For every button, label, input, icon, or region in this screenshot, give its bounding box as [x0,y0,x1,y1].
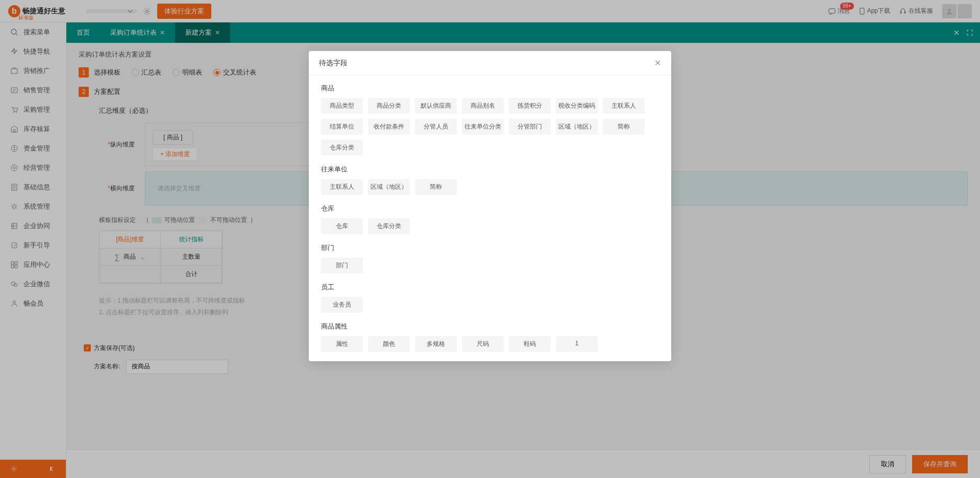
field-group-title: 商品属性 [321,322,659,331]
field-group-title: 员工 [321,283,659,292]
field-chip[interactable]: 主联系人 [321,179,363,195]
field-chip[interactable]: 仓库分类 [321,140,363,156]
modal-close-button[interactable]: ✕ [654,58,661,68]
field-chip[interactable]: 区域（地区） [556,119,598,135]
field-chip[interactable]: 主联系人 [603,98,645,114]
field-chip[interactable]: 商品类型 [321,98,363,114]
field-group-title: 部门 [321,243,659,253]
field-group: 商品商品类型商品分类默认供应商商品别名拣货积分税收分类编码主联系人结算单位收付款… [321,84,659,156]
field-chip[interactable]: 业务员 [321,297,363,313]
field-picker-modal: 待选字段 ✕ 商品商品类型商品分类默认供应商商品别名拣货积分税收分类编码主联系人… [309,51,671,361]
field-chip[interactable]: 1 [556,336,598,352]
field-group: 仓库仓库仓库分类 [321,204,659,234]
field-chip[interactable]: 多规格 [415,336,457,352]
modal-body: 商品商品类型商品分类默认供应商商品别名拣货积分税收分类编码主联系人结算单位收付款… [309,76,671,361]
field-chip[interactable]: 商品分类 [368,98,410,114]
field-chip[interactable]: 区域（地区） [368,179,410,195]
field-chip[interactable]: 默认供应商 [415,98,457,114]
field-chip[interactable]: 分管部门 [509,119,551,135]
field-group: 商品属性属性颜色多规格尺码鞋码1 [321,322,659,352]
modal-title: 待选字段 [319,59,348,68]
field-group-title: 往来单位 [321,165,659,174]
field-chip[interactable]: 属性 [321,336,363,352]
field-group-title: 商品 [321,84,659,93]
field-chip[interactable]: 收付款条件 [368,119,410,135]
field-group-title: 仓库 [321,204,659,213]
field-group: 往来单位主联系人区域（地区）简称 [321,165,659,195]
field-chip[interactable]: 税收分类编码 [556,98,598,114]
field-group: 员工业务员 [321,283,659,313]
field-chip[interactable]: 结算单位 [321,119,363,135]
field-chip[interactable]: 颜色 [368,336,410,352]
field-chip[interactable]: 尺码 [462,336,504,352]
field-chip[interactable]: 鞋码 [509,336,551,352]
field-chip[interactable]: 拣货积分 [509,98,551,114]
field-chip[interactable]: 简称 [415,179,457,195]
modal-header: 待选字段 ✕ [309,51,671,76]
field-group: 部门部门 [321,243,659,273]
field-chip[interactable]: 仓库分类 [368,218,410,234]
field-chip[interactable]: 分管人员 [415,119,457,135]
field-chip[interactable]: 商品别名 [462,98,504,114]
field-chip[interactable]: 部门 [321,258,363,273]
field-chip[interactable]: 仓库 [321,218,363,234]
field-chip[interactable]: 简称 [603,119,645,135]
field-chip[interactable]: 往来单位分类 [462,119,504,135]
